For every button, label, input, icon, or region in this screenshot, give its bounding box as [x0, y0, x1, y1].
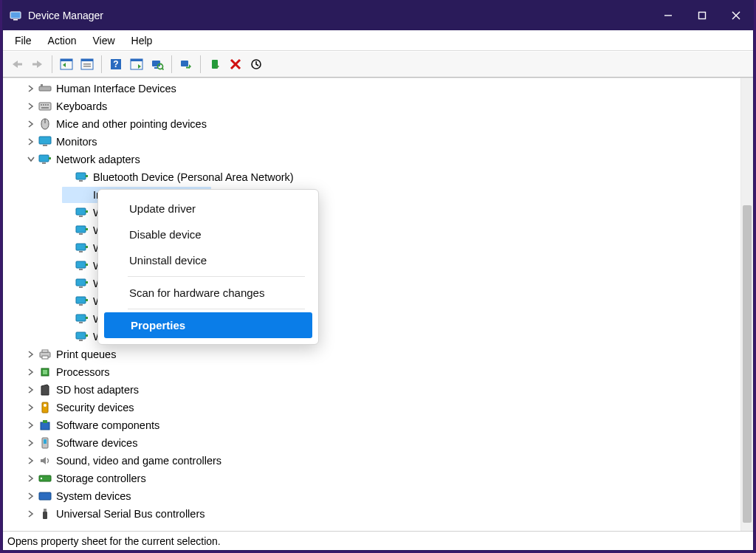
vertical-scrollbar[interactable] — [740, 78, 753, 531]
svg-rect-82 — [44, 439, 47, 444]
chevron-right-icon[interactable] — [25, 508, 37, 520]
network-adapter-icon — [75, 241, 89, 255]
tree-item-network-child[interactable]: Bluetooth Device (Personal Area Network) — [3, 168, 740, 186]
svg-rect-0 — [10, 12, 21, 18]
tree-item-software-components[interactable]: Software components — [3, 416, 740, 434]
tree-item-sd-host[interactable]: SD host adapters — [3, 381, 740, 399]
svg-rect-55 — [79, 251, 83, 253]
tree-item-security[interactable]: Security devices — [3, 399, 740, 416]
show-hide-tree-button[interactable] — [57, 55, 76, 74]
toolbar-properties-button[interactable] — [78, 55, 97, 74]
update-driver-button[interactable] — [176, 55, 196, 74]
tree-item-mice[interactable]: Mice and other pointing devices — [3, 115, 740, 133]
ctx-separator — [128, 309, 305, 309]
svg-rect-40 — [42, 162, 46, 164]
tree-item-system[interactable]: System devices — [3, 487, 740, 505]
svg-rect-38 — [43, 145, 47, 146]
cpu-icon — [38, 365, 52, 379]
network-adapter-icon — [38, 153, 52, 166]
ctx-uninstall-device[interactable]: Uninstall device — [103, 247, 314, 273]
tree-item-label: Bluetooth Device (Personal Area Network) — [93, 171, 294, 183]
svg-rect-17 — [131, 59, 142, 61]
software-device-icon — [38, 436, 52, 450]
disable-device-button[interactable] — [247, 55, 266, 74]
svg-rect-79 — [41, 422, 49, 430]
enable-device-button[interactable] — [205, 55, 224, 74]
chevron-right-icon[interactable] — [25, 366, 37, 378]
tree-item-processors[interactable]: Processors — [3, 363, 740, 381]
network-adapter-icon — [75, 206, 89, 219]
ctx-scan-hardware[interactable]: Scan for hardware changes — [103, 280, 314, 306]
tree-item-usb[interactable]: Universal Serial Bus controllers — [3, 505, 740, 523]
svg-rect-73 — [42, 350, 48, 352]
tree-item-label: Network adapters — [56, 154, 140, 165]
tree-item-monitors[interactable]: Monitors — [3, 133, 740, 151]
tree-item-label: System devices — [56, 490, 131, 502]
menu-action[interactable]: Action — [41, 32, 86, 49]
chevron-right-icon[interactable] — [25, 490, 37, 502]
tree-item-hid[interactable]: Human Interface Devices — [3, 80, 740, 97]
chevron-right-icon[interactable] — [25, 402, 37, 413]
svg-rect-1 — [13, 19, 18, 21]
help-button[interactable]: ? — [106, 55, 126, 74]
tree-item-storage[interactable]: Storage controllers — [3, 470, 740, 487]
chevron-down-icon[interactable] — [25, 154, 37, 165]
ctx-update-driver[interactable]: Update driver — [103, 196, 314, 221]
menu-help[interactable]: Help — [124, 32, 162, 49]
tree-item-label: Software devices — [56, 437, 137, 449]
svg-rect-62 — [86, 281, 88, 284]
chevron-right-icon[interactable] — [25, 118, 37, 130]
device-manager-window: Device Manager File Action View Help — [2, 0, 754, 551]
chevron-right-icon[interactable] — [25, 348, 37, 360]
chevron-right-icon[interactable] — [25, 473, 37, 484]
chevron-right-icon[interactable] — [25, 419, 37, 431]
svg-rect-56 — [86, 246, 88, 248]
svg-rect-58 — [79, 269, 83, 270]
tree-item-sound[interactable]: Sound, video and game controllers — [3, 452, 740, 470]
uninstall-device-button[interactable] — [226, 55, 245, 74]
menu-view[interactable]: View — [85, 32, 123, 49]
ctx-disable-device[interactable]: Disable device — [103, 221, 314, 247]
scrollbar-thumb[interactable] — [743, 205, 752, 523]
svg-rect-29 — [41, 84, 43, 86]
svg-line-21 — [162, 69, 164, 70]
context-menu: Update driver Disable device Uninstall d… — [97, 189, 319, 345]
maximize-button[interactable] — [685, 1, 719, 30]
ctx-separator — [128, 276, 305, 277]
chevron-right-icon[interactable] — [25, 437, 37, 449]
ctx-properties[interactable]: Properties — [104, 312, 312, 338]
chevron-right-icon[interactable] — [25, 83, 37, 95]
toolbar-separator — [200, 55, 201, 73]
svg-rect-42 — [76, 173, 86, 179]
tree-item-keyboards[interactable]: Keyboards — [3, 97, 740, 115]
svg-rect-66 — [76, 315, 86, 321]
svg-rect-70 — [79, 340, 83, 341]
scan-hardware-button[interactable] — [148, 55, 167, 74]
svg-rect-34 — [47, 104, 49, 106]
sd-card-icon — [38, 383, 52, 396]
toolbar-separator — [52, 55, 52, 73]
svg-rect-51 — [76, 226, 86, 233]
tree-item-print-queues[interactable]: Print queues — [3, 346, 740, 363]
svg-rect-85 — [39, 492, 51, 500]
tree-item-software-devices[interactable]: Software devices — [3, 434, 740, 452]
nav-back-button[interactable] — [7, 55, 27, 74]
minimize-button[interactable] — [651, 1, 685, 30]
svg-rect-61 — [79, 286, 83, 288]
chevron-right-icon[interactable] — [25, 136, 37, 148]
svg-rect-6 — [17, 63, 22, 66]
chevron-right-icon[interactable] — [25, 455, 37, 467]
tree-item-label: Keyboards — [56, 100, 107, 112]
chevron-right-icon[interactable] — [25, 384, 37, 396]
tree-item-network-adapters[interactable]: Network adapters — [3, 151, 740, 168]
svg-rect-44 — [86, 175, 88, 177]
nav-forward-button[interactable] — [28, 55, 47, 74]
close-button[interactable] — [719, 1, 753, 30]
chevron-right-icon[interactable] — [25, 100, 37, 112]
menu-file[interactable]: File — [7, 32, 41, 49]
svg-rect-31 — [41, 104, 42, 106]
svg-rect-37 — [39, 137, 51, 144]
toolbar-action-button[interactable] — [127, 55, 146, 74]
svg-rect-87 — [43, 512, 47, 519]
svg-rect-59 — [86, 264, 88, 266]
